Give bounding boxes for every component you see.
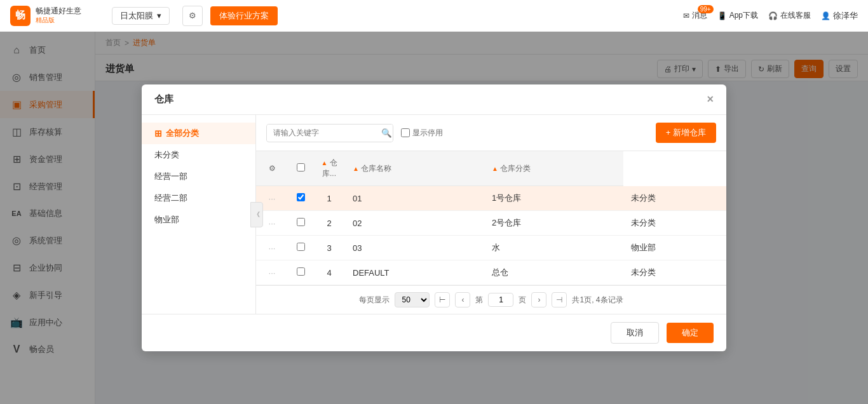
app-label: App下载 [729, 10, 758, 21]
messages-button[interactable]: ✉ 消息 99+ [683, 10, 707, 21]
col-header-name[interactable]: ▲ 仓库名称 [345, 151, 484, 186]
messages-badge: 99+ [698, 5, 714, 13]
logo-sub: 精品版 [36, 16, 81, 25]
row-checkbox[interactable] [297, 243, 305, 251]
logo-area: 畅 畅捷通好生意 精品版 [10, 6, 105, 26]
row-index: 3 [313, 236, 345, 260]
row-category: 未分类 [623, 260, 726, 285]
pagination: 每页显示 50 100 ⊢ ‹ 第 页 › ⊣ 共1页, 4条记录 [256, 285, 726, 314]
company-name: 日太阳膜 [120, 10, 153, 22]
row-code: 02 [345, 211, 484, 236]
modal-overlay: 仓库 × ⊞ 全部分类 未分类 经营一部 经营二部 [0, 32, 868, 404]
table-toolbar: 🔍 显示停用 + 新增仓库 [256, 115, 726, 151]
first-page-button[interactable]: ⊢ [435, 292, 450, 307]
row-checkbox[interactable] [297, 218, 305, 226]
total-info: 共1页, 4条记录 [572, 295, 623, 306]
row-warehouse-name: 2号仓库 [484, 211, 623, 236]
page-size-select[interactable]: 50 100 [395, 292, 430, 307]
trial-button[interactable]: 体验行业方案 [210, 6, 278, 25]
tree-panel: ⊞ 全部分类 未分类 经营一部 经营二部 物业部 《 [142, 115, 256, 314]
row-code: 03 [345, 236, 484, 260]
app-download-button[interactable]: 📱 App下载 [717, 10, 758, 21]
table-header-row: ⚙ ▲ 仓库... ▲ 仓库名称 [256, 151, 726, 186]
tree-item-dept1[interactable]: 经营一部 [142, 166, 255, 187]
row-checkbox[interactable] [297, 267, 305, 276]
modal-footer: 取消 确定 [142, 314, 726, 351]
table-row[interactable]: ··· 3 03 水 物业部 [256, 236, 726, 260]
row-code: 01 [345, 186, 484, 211]
confirm-button[interactable]: 确定 [667, 323, 714, 343]
sort-icon-cat: ▲ [492, 165, 498, 172]
sort-icon: ▲ [321, 159, 327, 166]
header-middle: ⚙ 体验行业方案 [170, 6, 683, 26]
modal-header: 仓库 × [142, 84, 726, 115]
col-header-check [288, 151, 313, 186]
top-header: 畅 畅捷通好生意 精品版 日太阳膜 ▾ ⚙ 体验行业方案 ✉ 消息 99+ 📱 … [0, 0, 868, 32]
modal-close-button[interactable]: × [707, 93, 714, 106]
search-input[interactable] [267, 125, 375, 141]
row-index: 2 [313, 211, 345, 236]
tree-item-unclassified[interactable]: 未分类 [142, 144, 255, 166]
add-warehouse-button[interactable]: + 新增仓库 [656, 123, 716, 143]
show-disabled-checkbox[interactable] [401, 128, 410, 137]
page-suffix: 页 [519, 295, 526, 306]
user-icon: 👤 [821, 11, 831, 20]
last-page-button[interactable]: ⊣ [552, 292, 567, 307]
col-header-category[interactable]: ▲ 仓库分类 [484, 151, 623, 186]
settings-icon[interactable]: ⚙ [182, 6, 203, 26]
table-panel: 🔍 显示停用 + 新增仓库 ⚙ [256, 115, 726, 314]
tree-collapse-button[interactable]: 《 [250, 202, 263, 227]
headset-icon: 🎧 [768, 11, 778, 20]
row-menu[interactable]: ··· [256, 260, 288, 285]
row-warehouse-name: 1号仓库 [484, 186, 623, 211]
row-code: DEFAULT [345, 260, 484, 285]
user-name: 徐泽华 [833, 10, 858, 22]
table-row[interactable]: ··· 1 01 1号仓库 未分类 [256, 186, 726, 211]
row-checkbox[interactable] [297, 193, 305, 201]
header-right: ✉ 消息 99+ 📱 App下载 🎧 在线客服 👤 徐泽华 [683, 10, 858, 22]
row-category: 物业部 [623, 236, 726, 260]
company-selector[interactable]: 日太阳膜 ▾ [112, 7, 170, 25]
show-disabled-text: 显示停用 [412, 128, 443, 138]
row-category: 未分类 [623, 211, 726, 236]
tree-item-all[interactable]: ⊞ 全部分类 [142, 123, 255, 144]
chevron-down-icon: ▾ [157, 11, 161, 20]
row-warehouse-name: 水 [484, 236, 623, 260]
tree-label-dept1: 经营一部 [154, 171, 187, 182]
modal-title: 仓库 [154, 93, 173, 105]
prev-page-button[interactable]: ‹ [455, 292, 470, 307]
tree-label-property: 物业部 [154, 214, 179, 226]
logo-icon: 畅 [10, 6, 31, 26]
tree-all-label: 全部分类 [166, 128, 199, 139]
col-header-num[interactable]: ▲ 仓库... [313, 151, 345, 186]
row-index: 1 [313, 186, 345, 211]
cancel-button[interactable]: 取消 [611, 322, 659, 344]
row-menu[interactable]: ··· [256, 236, 288, 260]
next-page-button[interactable]: › [531, 292, 546, 307]
logo-title: 畅捷通好生意 [36, 6, 81, 17]
service-button[interactable]: 🎧 在线客服 [768, 10, 811, 21]
modal-body: ⊞ 全部分类 未分类 经营一部 经营二部 物业部 《 [142, 115, 726, 314]
table-row[interactable]: ··· 2 02 2号仓库 未分类 [256, 211, 726, 236]
user-menu[interactable]: 👤 徐泽华 [821, 10, 858, 22]
search-box: 🔍 [266, 124, 393, 142]
page-size-label: 每页显示 [359, 295, 390, 306]
row-category: 未分类 [623, 186, 726, 211]
row-index: 4 [313, 260, 345, 285]
service-label: 在线客服 [780, 10, 811, 21]
tree-label-unclassified: 未分类 [154, 149, 179, 161]
tree-item-property[interactable]: 物业部 [142, 209, 255, 231]
grid-icon: ⊞ [154, 128, 162, 138]
page-label: 第 [475, 295, 483, 306]
col-header-setting[interactable]: ⚙ [256, 151, 288, 186]
select-all-checkbox[interactable] [297, 163, 305, 172]
page-number-input[interactable] [488, 293, 513, 307]
phone-icon: 📱 [717, 11, 727, 20]
search-button[interactable]: 🔍 [375, 125, 393, 142]
message-icon: ✉ [683, 11, 689, 20]
sort-icon-name: ▲ [353, 165, 359, 172]
tree-item-dept2[interactable]: 经营二部 [142, 187, 255, 209]
table-row[interactable]: ··· 4 DEFAULT 总仓 未分类 [256, 260, 726, 285]
data-table: ⚙ ▲ 仓库... ▲ 仓库名称 [256, 151, 726, 285]
tree-label-dept2: 经营二部 [154, 192, 187, 204]
